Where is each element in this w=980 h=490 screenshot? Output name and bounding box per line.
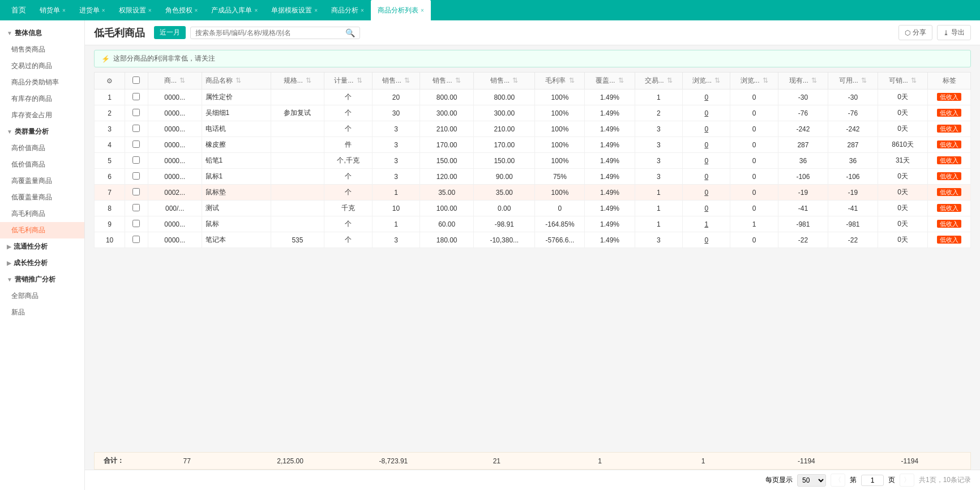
sidebar-item-high-profit[interactable]: 高毛利商品 xyxy=(0,206,84,222)
sidebar-group-growth[interactable]: ▶ 成长性分析 xyxy=(0,255,84,271)
page-input[interactable] xyxy=(861,475,884,486)
view1-link[interactable]: 0 xyxy=(704,173,708,181)
period-button[interactable]: 近一月 xyxy=(154,26,186,39)
th-tag[interactable]: 标签 xyxy=(928,73,971,90)
nav-sales-close[interactable]: × xyxy=(62,7,66,14)
th-saleable[interactable]: 可销... ⇅ xyxy=(878,73,928,90)
sidebar-item-in-stock[interactable]: 有库存的商品 xyxy=(0,91,84,107)
sidebar-group-overview[interactable]: ▼ 整体信息 xyxy=(0,25,84,41)
row-checkbox[interactable] xyxy=(132,156,140,164)
th-view1[interactable]: 浏览... ⇅ xyxy=(683,73,730,90)
cell-view1[interactable]: 0 xyxy=(683,121,730,137)
cell-view1[interactable]: 0 xyxy=(683,137,730,153)
sidebar-item-stock-capital[interactable]: 库存资金占用 xyxy=(0,107,84,123)
nav-home[interactable]: 首页 xyxy=(5,0,33,20)
cell-checkbox[interactable] xyxy=(125,137,148,153)
next-page-button[interactable]: 〉 xyxy=(900,474,914,487)
nav-analysis[interactable]: 商品分析 × xyxy=(324,0,371,20)
th-profit-rate[interactable]: 毛利率 ⇅ xyxy=(535,73,585,90)
th-sale-profit[interactable]: 销售... ⇅ xyxy=(474,73,535,90)
th-spec[interactable]: 规格... ⇅ xyxy=(271,73,324,90)
view1-link[interactable]: 0 xyxy=(704,236,708,244)
cell-view1[interactable]: 0 xyxy=(683,232,730,248)
search-box[interactable]: 🔍 xyxy=(190,27,360,39)
th-view2[interactable]: 浏览... ⇅ xyxy=(730,73,778,90)
th-current[interactable]: 现有... ⇅ xyxy=(778,73,828,90)
cell-checkbox[interactable] xyxy=(125,121,148,137)
nav-product-in[interactable]: 产成品入库单 × xyxy=(204,0,264,20)
view1-link[interactable]: 0 xyxy=(704,109,708,117)
nav-permission[interactable]: 权限设置 × xyxy=(112,0,159,20)
sidebar-item-low-value[interactable]: 低价值商品 xyxy=(0,156,84,173)
cell-view1[interactable]: 0 xyxy=(683,201,730,216)
cell-checkbox[interactable] xyxy=(125,216,148,232)
nav-purchase[interactable]: 进货单 × xyxy=(72,0,112,20)
th-available[interactable]: 可用... ⇅ xyxy=(828,73,878,90)
th-coverage[interactable]: 覆盖... ⇅ xyxy=(585,73,635,90)
nav-analysis-list[interactable]: 商品分析列表 × xyxy=(371,0,431,20)
row-checkbox[interactable] xyxy=(132,204,140,211)
th-name[interactable]: 商品名称 ⇅ xyxy=(202,73,271,90)
cell-view1[interactable]: 1 xyxy=(683,216,730,232)
view1-link[interactable]: 1 xyxy=(704,220,708,228)
nav-analysis-list-close[interactable]: × xyxy=(421,7,424,14)
select-all-checkbox[interactable] xyxy=(132,76,140,84)
cell-view1[interactable]: 0 xyxy=(683,153,730,169)
nav-analysis-close[interactable]: × xyxy=(361,7,364,14)
per-page-select[interactable]: 50 100 200 xyxy=(797,474,826,487)
nav-template[interactable]: 单据模板设置 × xyxy=(264,0,324,20)
view1-link[interactable]: 0 xyxy=(704,157,708,165)
sidebar-item-all-goods[interactable]: 全部商品 xyxy=(0,288,84,304)
cell-checkbox[interactable] xyxy=(125,232,148,248)
th-sale-qty[interactable]: 销售... ⇅ xyxy=(372,73,420,90)
view1-link[interactable]: 0 xyxy=(704,204,708,212)
cell-checkbox[interactable] xyxy=(125,90,148,105)
sidebar-group-marketing[interactable]: ▼ 营销推广分析 xyxy=(0,271,84,288)
view1-link[interactable]: 0 xyxy=(704,141,708,149)
row-checkbox[interactable] xyxy=(132,220,140,227)
cell-checkbox[interactable] xyxy=(125,169,148,185)
cell-checkbox[interactable] xyxy=(125,201,148,216)
sidebar-item-high-value[interactable]: 高价值商品 xyxy=(0,140,84,156)
export-button[interactable]: ⤓ 导出 xyxy=(937,25,971,40)
th-unit[interactable]: 计量... ⇅ xyxy=(324,73,372,90)
nav-role[interactable]: 角色授权 × xyxy=(159,0,205,20)
nav-role-close[interactable]: × xyxy=(195,7,198,14)
sidebar-group-cluster[interactable]: ▼ 类群量分析 xyxy=(0,123,84,140)
nav-purchase-close[interactable]: × xyxy=(102,7,105,14)
sidebar-item-low-profit[interactable]: 低毛利商品 xyxy=(0,222,84,238)
sidebar-item-category-rate[interactable]: 商品分类助销率 xyxy=(0,74,84,91)
table-container[interactable]: ⚙ 商... ⇅ 商品名称 ⇅ 规格... ⇅ 计量... ⇅ 销售... ⇅ … xyxy=(85,72,980,452)
th-sale-price[interactable]: 销售... ⇅ xyxy=(420,73,474,90)
sidebar-item-traded[interactable]: 交易过的商品 xyxy=(0,58,84,74)
sidebar-group-circulation[interactable]: ▶ 流通性分析 xyxy=(0,238,84,255)
th-settings[interactable]: ⚙ xyxy=(95,73,125,90)
cell-checkbox[interactable] xyxy=(125,153,148,169)
sidebar-item-high-coverage[interactable]: 高覆盖量商品 xyxy=(0,173,84,189)
sidebar-item-low-coverage[interactable]: 低覆盖量商品 xyxy=(0,189,84,206)
cell-view1[interactable]: 0 xyxy=(683,90,730,105)
search-input[interactable] xyxy=(195,29,345,37)
row-checkbox[interactable] xyxy=(132,172,140,180)
row-checkbox[interactable] xyxy=(132,109,140,116)
view1-link[interactable]: 0 xyxy=(704,125,708,133)
row-checkbox[interactable] xyxy=(132,140,140,148)
prev-page-button[interactable]: 〈 xyxy=(831,474,845,487)
th-code[interactable]: 商... ⇅ xyxy=(148,73,202,90)
cell-checkbox[interactable] xyxy=(125,185,148,201)
cell-view1[interactable]: 0 xyxy=(683,169,730,185)
view1-link[interactable]: 0 xyxy=(704,93,708,101)
nav-sales[interactable]: 销货单 × xyxy=(33,0,72,20)
share-button[interactable]: ⬡ 分享 xyxy=(898,25,932,40)
row-checkbox[interactable] xyxy=(132,93,140,100)
cell-view1[interactable]: 0 xyxy=(683,105,730,121)
row-checkbox[interactable] xyxy=(132,188,140,195)
view1-link[interactable]: 0 xyxy=(704,189,708,197)
th-checkbox[interactable] xyxy=(125,73,148,90)
nav-permission-close[interactable]: × xyxy=(148,7,152,14)
nav-product-in-close[interactable]: × xyxy=(254,7,258,14)
cell-view1[interactable]: 0 xyxy=(683,185,730,201)
th-transaction[interactable]: 交易... ⇅ xyxy=(635,73,682,90)
nav-template-close[interactable]: × xyxy=(314,7,318,14)
sidebar-item-new-goods[interactable]: 新品 xyxy=(0,304,84,321)
